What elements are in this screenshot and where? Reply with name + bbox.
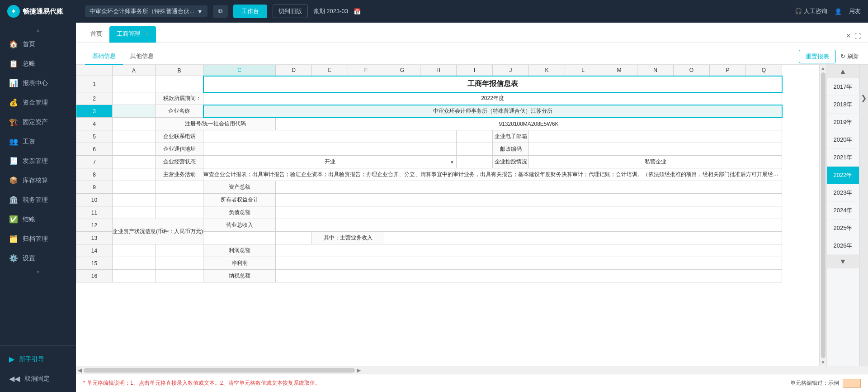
- col-header-P[interactable]: P: [710, 65, 746, 76]
- cell-7a[interactable]: [113, 156, 156, 168]
- year-2023[interactable]: 2023年: [827, 184, 859, 202]
- cell-2c[interactable]: 2022年度: [203, 92, 782, 105]
- cell-14d[interactable]: [276, 244, 782, 257]
- col-header-D[interactable]: D: [276, 65, 312, 76]
- cell-8c[interactable]: 审查企业会计报表；出具审计报告；验证企业资本；出具验资报告；办理企业合开、分立、…: [203, 168, 782, 181]
- year-2019[interactable]: 2019年: [827, 114, 859, 131]
- sidebar-item-home[interactable]: 🏠 首页: [0, 34, 76, 54]
- sidebar-scroll-up[interactable]: ▲: [0, 26, 76, 34]
- sidebar-item-inventory[interactable]: 📦 库存核算: [0, 171, 76, 190]
- workbench-button[interactable]: 工作台: [233, 5, 267, 18]
- cell-7c[interactable]: 开业 ▼: [203, 156, 457, 168]
- refresh-button[interactable]: ↻ 刷新: [840, 53, 859, 61]
- year-2018[interactable]: 2018年: [827, 96, 859, 114]
- tab-home[interactable]: 首页: [83, 26, 109, 43]
- cell-title[interactable]: 工商年报信息表: [203, 76, 782, 92]
- cell-14b[interactable]: [156, 244, 203, 257]
- copy-button[interactable]: ⧉: [213, 5, 228, 18]
- sidebar-item-asset[interactable]: 🏗️ 固定资产: [0, 112, 76, 132]
- cell-14a[interactable]: [113, 244, 156, 257]
- sidebar-item-invoice[interactable]: 🧾 发票管理: [0, 151, 76, 171]
- cell-13g[interactable]: [384, 232, 782, 244]
- cell-8a[interactable]: [113, 168, 156, 181]
- cell-10b[interactable]: [156, 194, 203, 206]
- vscrollbar[interactable]: ▲ ▼: [819, 65, 826, 366]
- tab-commerce[interactable]: 工商管理 ×: [109, 26, 156, 43]
- cell-16a[interactable]: [113, 270, 156, 282]
- cell-3a[interactable]: [113, 105, 156, 118]
- hscroll-bar[interactable]: [84, 368, 355, 373]
- year-2026[interactable]: 2026年: [827, 237, 859, 255]
- year-nav-down[interactable]: ▼: [827, 255, 859, 268]
- hscroll-right-btn[interactable]: ▶: [357, 367, 361, 373]
- cell-7i[interactable]: [457, 156, 493, 168]
- calendar-icon[interactable]: 📅: [354, 8, 361, 15]
- cell-4d[interactable]: 91320100MA208E5W6K: [276, 118, 782, 130]
- col-header-H[interactable]: H: [420, 65, 457, 76]
- col-header-M[interactable]: M: [601, 65, 637, 76]
- year-2025[interactable]: 2025年: [827, 220, 859, 237]
- vscroll-down[interactable]: ▼: [821, 359, 826, 366]
- cell-5c[interactable]: [203, 130, 457, 143]
- sidebar-scroll-down[interactable]: ▼: [0, 268, 76, 276]
- cell-13c[interactable]: [203, 232, 276, 244]
- cell-1b[interactable]: [156, 76, 203, 92]
- vscroll-thumb[interactable]: [821, 72, 826, 358]
- cell-15d[interactable]: [276, 257, 782, 270]
- cell-9d[interactable]: [276, 181, 782, 194]
- sidebar-item-unpin[interactable]: ◀◀ 取消固定: [0, 369, 76, 388]
- hscroll-left-btn[interactable]: ◀: [78, 367, 82, 373]
- col-header-G[interactable]: G: [384, 65, 420, 76]
- year-2022[interactable]: 2022年: [827, 167, 859, 184]
- cell-5a[interactable]: [113, 130, 156, 143]
- year-2024[interactable]: 2024年: [827, 202, 859, 220]
- cell-13d[interactable]: [276, 232, 312, 244]
- ai-consult[interactable]: 🎧 人工咨询: [795, 7, 827, 15]
- cell-4a[interactable]: [113, 118, 156, 130]
- col-header-K[interactable]: K: [529, 65, 565, 76]
- sidebar-item-fund[interactable]: 💰 资金管理: [0, 93, 76, 112]
- cell-6k[interactable]: [529, 143, 782, 156]
- cell-6a[interactable]: [113, 143, 156, 156]
- cell-11a[interactable]: [113, 206, 156, 219]
- old-version-button[interactable]: 切到旧版: [273, 5, 308, 18]
- cell-9a[interactable]: [113, 181, 156, 194]
- col-header-J[interactable]: J: [493, 65, 529, 76]
- vscroll-up[interactable]: ▲: [821, 65, 826, 72]
- col-header-A[interactable]: A: [113, 65, 156, 76]
- window-close-btn[interactable]: ×: [846, 31, 851, 41]
- cell-6i[interactable]: [457, 143, 493, 156]
- company-selector[interactable]: 中审众环会计师事务所（特殊普通合伙... ▼: [85, 5, 208, 17]
- sidebar-item-report[interactable]: 📊 报表中心: [0, 73, 76, 93]
- col-header-B[interactable]: B: [156, 65, 203, 76]
- cell-7k[interactable]: 私营企业: [529, 156, 782, 168]
- sidebar-item-hr[interactable]: 👥 工资: [0, 132, 76, 151]
- cell-10d[interactable]: [276, 194, 782, 206]
- col-header-O[interactable]: O: [674, 65, 710, 76]
- cell-10a[interactable]: [113, 194, 156, 206]
- cell-11d[interactable]: [276, 206, 782, 219]
- collapse-right-btn[interactable]: ❯: [859, 92, 868, 104]
- col-header-I[interactable]: I: [457, 65, 493, 76]
- col-header-F[interactable]: F: [348, 65, 384, 76]
- cell-15b[interactable]: [156, 257, 203, 270]
- col-header-L[interactable]: L: [565, 65, 601, 76]
- sidebar-item-newuser[interactable]: ▶ 新手引导: [0, 349, 76, 369]
- sub-tab-other[interactable]: 其他信息: [123, 48, 161, 65]
- cell-11b[interactable]: [156, 206, 203, 219]
- cell-15a[interactable]: [113, 257, 156, 270]
- sidebar-item-ledger[interactable]: 📋 总账: [0, 54, 76, 73]
- col-header-E[interactable]: E: [312, 65, 348, 76]
- cell-16b[interactable]: [156, 270, 203, 282]
- cell-2a[interactable]: [113, 92, 156, 105]
- cell-3c[interactable]: 中审众环会计师事务所（特殊普通合伙）江苏分所: [203, 105, 782, 118]
- cell-9b[interactable]: [156, 181, 203, 194]
- cell-1a[interactable]: [113, 76, 156, 92]
- cell-16d[interactable]: [276, 270, 782, 282]
- cell-5k[interactable]: [529, 130, 782, 143]
- tab-close-icon[interactable]: ×: [146, 30, 149, 37]
- sidebar-item-settings[interactable]: ⚙️ 设置: [0, 249, 76, 268]
- window-expand-btn[interactable]: ⛶: [854, 33, 861, 40]
- sub-tab-basic[interactable]: 基础信息: [85, 48, 123, 65]
- year-nav-up[interactable]: ▲: [827, 65, 859, 78]
